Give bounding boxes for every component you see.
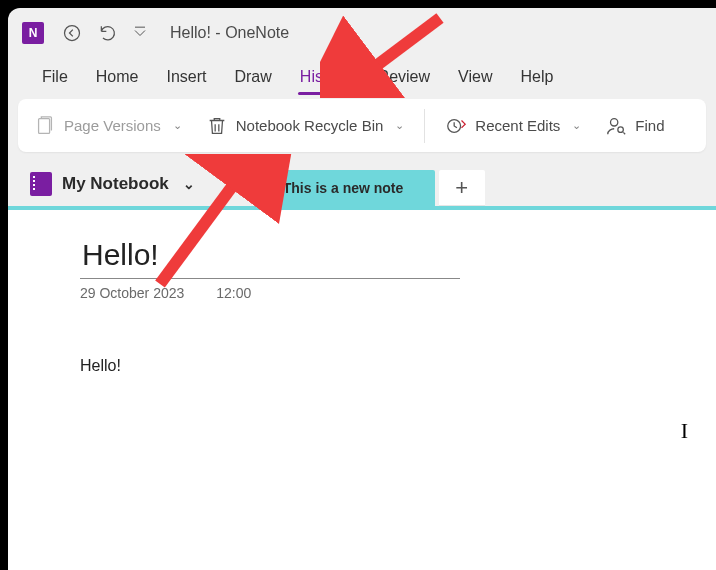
chevron-down-icon: ⌄ bbox=[572, 119, 581, 132]
note-title[interactable]: Hello! bbox=[80, 234, 460, 279]
page-inner: Hello! 29 October 2023 12:00 Hello! bbox=[8, 210, 716, 375]
back-button[interactable] bbox=[58, 19, 86, 47]
section-tab[interactable]: This is a new note bbox=[265, 170, 435, 206]
add-section-button[interactable]: + bbox=[439, 170, 485, 206]
titlebar: N Hello! - OneNote bbox=[8, 8, 716, 57]
separator bbox=[424, 109, 425, 143]
menu-view[interactable]: View bbox=[444, 62, 506, 92]
find-by-author-button[interactable]: Find bbox=[595, 109, 674, 143]
app-icon-letter: N bbox=[29, 26, 38, 40]
chevron-down-icon: ⌄ bbox=[395, 119, 404, 132]
recycle-bin-button[interactable]: Notebook Recycle Bin ⌄ bbox=[196, 109, 415, 143]
undo-button[interactable] bbox=[94, 19, 122, 47]
note-date: 29 October 2023 bbox=[80, 285, 184, 301]
recent-edits-button[interactable]: Recent Edits ⌄ bbox=[435, 109, 591, 143]
text-cursor-icon: I bbox=[681, 418, 688, 444]
page-versions-icon bbox=[34, 115, 56, 137]
notebook-dropdown[interactable]: My Notebook ⌄ bbox=[26, 166, 205, 206]
menu-history[interactable]: History bbox=[286, 62, 364, 92]
menu-help[interactable]: Help bbox=[506, 62, 567, 92]
recent-edits-label: Recent Edits bbox=[475, 117, 560, 134]
chevron-down-icon: ⌄ bbox=[183, 176, 195, 192]
trash-icon bbox=[206, 115, 228, 137]
recent-edits-icon bbox=[445, 115, 467, 137]
menubar: File Home Insert Draw History Review Vie… bbox=[8, 57, 716, 97]
svg-point-4 bbox=[618, 126, 624, 132]
notebook-icon bbox=[30, 172, 52, 196]
page-canvas[interactable]: Hello! 29 October 2023 12:00 Hello! I bbox=[8, 206, 716, 570]
find-label: Find bbox=[635, 117, 664, 134]
recycle-bin-label: Notebook Recycle Bin bbox=[236, 117, 384, 134]
notebook-row: My Notebook ⌄ This is a new note + bbox=[8, 166, 716, 206]
menu-home[interactable]: Home bbox=[82, 62, 153, 92]
chevron-down-icon: ⌄ bbox=[173, 119, 182, 132]
note-time: 12:00 bbox=[216, 285, 251, 301]
page-versions-label: Page Versions bbox=[64, 117, 161, 134]
note-meta: 29 October 2023 12:00 bbox=[80, 285, 716, 301]
app-window: N Hello! - OneNote File Home Insert Draw… bbox=[8, 8, 716, 570]
menu-file[interactable]: File bbox=[28, 62, 82, 92]
note-body[interactable]: Hello! bbox=[80, 357, 716, 375]
menu-review[interactable]: Review bbox=[364, 62, 444, 92]
svg-point-3 bbox=[611, 118, 618, 125]
svg-point-0 bbox=[65, 25, 80, 40]
onenote-app-icon: N bbox=[22, 22, 44, 44]
person-search-icon bbox=[605, 115, 627, 137]
svg-rect-1 bbox=[39, 118, 50, 133]
notebook-label: My Notebook bbox=[62, 174, 169, 194]
ribbon: Page Versions ⌄ Notebook Recycle Bin ⌄ R… bbox=[18, 99, 706, 152]
page-versions-button[interactable]: Page Versions ⌄ bbox=[24, 109, 192, 143]
menu-insert[interactable]: Insert bbox=[152, 62, 220, 92]
qat-dropdown[interactable] bbox=[130, 19, 150, 47]
menu-draw[interactable]: Draw bbox=[220, 62, 285, 92]
window-title: Hello! - OneNote bbox=[170, 24, 289, 42]
